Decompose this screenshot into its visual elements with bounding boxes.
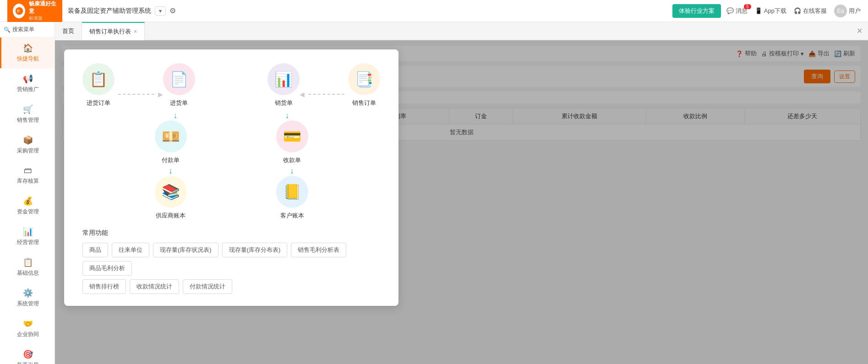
flow-row-2: 💴 付款单 💳 收款单 bbox=[82, 120, 380, 164]
common-functions: 常用功能 商品 往来单位 现存量(库存状况表) 现存量(库存分布表) 销售毛利分… bbox=[82, 229, 380, 294]
message-badge: 5 bbox=[744, 4, 751, 9]
message-btn[interactable]: 💬 消息 5 bbox=[726, 7, 748, 15]
page-content: ❓ 帮助 🖨 按模板打印 ▾ 📤 导出 🔄 刷新 bbox=[55, 40, 868, 364]
down-arrow-receipt: ↓ bbox=[271, 111, 303, 120]
headset-icon: 🎧 bbox=[794, 7, 801, 14]
customer-ledger-icon: 📒 bbox=[276, 176, 308, 208]
tab-bar-close-btn[interactable]: ✕ bbox=[851, 27, 868, 35]
modal-box: 📋 进货订单 ▶ 📄 进货单 bbox=[64, 49, 399, 306]
flow-row-3: 📚 供应商账本 📒 客户账本 bbox=[82, 176, 380, 220]
svg-text:B: B bbox=[17, 9, 20, 13]
func-btn-inventory-status[interactable]: 现存量(库存状况表) bbox=[153, 243, 218, 257]
sidebar-item-guide[interactable]: 🎯 新手引导 bbox=[0, 344, 55, 364]
sidebar-item-quick-nav[interactable]: 🏠 快捷导航 bbox=[0, 38, 55, 68]
search-menu-btn[interactable]: 🔍 搜索菜单 bbox=[0, 22, 55, 38]
experience-btn[interactable]: 体验行业方案 bbox=[672, 4, 721, 18]
down-arrow-payment: ↓ bbox=[159, 111, 191, 120]
collab-icon: 🤝 bbox=[23, 319, 33, 329]
header-right: 💬 消息 5 📱 App下载 🎧 在线客服 Ea 用户 bbox=[726, 5, 861, 17]
down-arrow-customer: ↓ bbox=[290, 166, 294, 176]
purchase-bill-icon: 📄 bbox=[163, 63, 195, 95]
logo-area: B 畅康通好生意 标准版 bbox=[7, 0, 62, 22]
modal-overlay: 📋 进货订单 ▶ 📄 进货单 bbox=[55, 40, 868, 364]
sidebar-item-sales[interactable]: 🛒 销售管理 bbox=[0, 99, 55, 130]
tab-home[interactable]: 首页 bbox=[55, 22, 82, 40]
top-header: B 畅康通好生意 标准版 装备及固定资产辅助管理系统 ▾ ⚙ 体验行业方案 💬 … bbox=[0, 0, 868, 22]
func-btn-payment-stats[interactable]: 付款情况统计 bbox=[183, 279, 232, 294]
sales-bill-icon: 📊 bbox=[267, 63, 300, 95]
message-icon: 💬 bbox=[726, 7, 734, 14]
finance-icon: 💰 bbox=[23, 196, 33, 206]
inventory-icon: 🗃 bbox=[24, 166, 32, 175]
settings-icon-btn[interactable]: ⚙ bbox=[169, 6, 176, 15]
sidebar-item-purchase[interactable]: 📦 采购管理 bbox=[0, 130, 55, 160]
system-icon: ⚙️ bbox=[23, 288, 33, 298]
sidebar-item-finance[interactable]: 💰 资金管理 bbox=[0, 190, 55, 221]
supplier-ledger-icon: 📚 bbox=[155, 176, 187, 208]
sidebar-item-system[interactable]: ⚙️ 系统管理 bbox=[0, 283, 55, 313]
mobile-icon: 📱 bbox=[755, 7, 762, 14]
sales-icon: 🛒 bbox=[23, 104, 33, 114]
down-arrow-supplier: ↓ bbox=[169, 166, 173, 176]
system-dropdown-btn[interactable]: ▾ bbox=[155, 6, 166, 16]
flow-node-receipt[interactable]: 💳 收款单 bbox=[276, 120, 308, 164]
online-service-btn[interactable]: 🎧 在线客服 bbox=[794, 7, 827, 15]
sidebar-item-marketing[interactable]: 📢 营销推广 bbox=[0, 68, 55, 99]
purchase-icon: 📦 bbox=[23, 135, 33, 145]
basic-info-icon: 📋 bbox=[23, 257, 33, 267]
func-btn-sales-margin[interactable]: 销售毛利分析表 bbox=[291, 243, 346, 257]
flow-node-purchase-bill[interactable]: 📄 进货单 bbox=[163, 63, 195, 107]
arrow-po-pb: ▶ bbox=[115, 91, 163, 107]
app-download-btn[interactable]: 📱 App下载 bbox=[755, 7, 786, 15]
func-btn-receipt-stats[interactable]: 收款情况统计 bbox=[130, 279, 179, 294]
func-btn-product-margin[interactable]: 商品毛利分析 bbox=[82, 261, 132, 276]
modal-content: 📋 进货订单 ▶ 📄 进货单 bbox=[64, 49, 399, 306]
content-area: 首页 销售订单执行表 × ✕ ❓ 帮助 🖨 按模板打印 ▾ bbox=[55, 22, 868, 364]
receipt-icon: 💳 bbox=[276, 120, 308, 152]
tab-bar: 首页 销售订单执行表 × ✕ bbox=[55, 22, 868, 40]
down-arrows-row: ↓ ↓ bbox=[82, 111, 380, 120]
payment-icon: 💴 bbox=[155, 120, 187, 152]
flow-node-payment[interactable]: 💴 付款单 bbox=[155, 120, 187, 164]
search-icon: 🔍 bbox=[4, 27, 11, 33]
logo-text: 畅康通好生意 标准版 bbox=[29, 0, 57, 21]
flow-node-sales-bill[interactable]: 📊 销货单 bbox=[267, 63, 300, 107]
avatar: Ea bbox=[834, 5, 847, 17]
user-menu-btn[interactable]: Ea 用户 bbox=[834, 5, 861, 17]
common-title: 常用功能 bbox=[82, 229, 380, 237]
marketing-icon: 📢 bbox=[23, 74, 33, 84]
system-name: 装备及固定资产辅助管理系统 ▾ ⚙ bbox=[68, 6, 667, 16]
sidebar: 🔍 搜索菜单 🏠 快捷导航 📢 营销推广 🛒 销售管理 📦 采购管理 🗃 库存核… bbox=[0, 22, 55, 364]
sidebar-item-operation[interactable]: 📊 经营管理 bbox=[0, 221, 55, 252]
logo-icon: B bbox=[13, 4, 25, 18]
sidebar-item-collab[interactable]: 🤝 企业协同 bbox=[0, 313, 55, 344]
purchase-order-icon: 📋 bbox=[82, 63, 115, 95]
flow-node-sales-order[interactable]: 📑 销售订单 bbox=[348, 63, 380, 107]
tab-close-btn[interactable]: × bbox=[134, 28, 137, 35]
func-btn-inventory-dist[interactable]: 现存量(库存分布表) bbox=[222, 243, 288, 257]
flow-node-supplier-ledger[interactable]: 📚 供应商账本 bbox=[155, 176, 187, 220]
operation-icon: 📊 bbox=[23, 227, 33, 237]
flow-row-1: 📋 进货订单 ▶ 📄 进货单 bbox=[82, 63, 380, 107]
function-btns-row2: 销售排行榜 收款情况统计 付款情况统计 bbox=[82, 279, 380, 294]
home-icon: 🏠 bbox=[23, 43, 33, 53]
func-btn-partner[interactable]: 往来单位 bbox=[112, 243, 149, 257]
arrow-so-sb: ◀ bbox=[300, 91, 348, 107]
sales-order-icon: 📑 bbox=[348, 63, 380, 95]
sidebar-item-basic-info[interactable]: 📋 基础信息 bbox=[0, 252, 55, 283]
function-btns-row1: 商品 往来单位 现存量(库存状况表) 现存量(库存分布表) 销售毛利分析表 商品… bbox=[82, 243, 380, 276]
func-btn-sales-rank[interactable]: 销售排行榜 bbox=[82, 279, 126, 294]
main-layout: 🔍 搜索菜单 🏠 快捷导航 📢 营销推广 🛒 销售管理 📦 采购管理 🗃 库存核… bbox=[0, 22, 868, 364]
flow-node-customer-ledger[interactable]: 📒 客户账本 bbox=[276, 176, 308, 220]
down-arrows-row2: ↓ ↓ bbox=[82, 166, 380, 176]
sidebar-item-inventory[interactable]: 🗃 库存核算 bbox=[0, 160, 55, 190]
flow-node-purchase-order[interactable]: 📋 进货订单 bbox=[82, 63, 115, 107]
func-btn-product[interactable]: 商品 bbox=[82, 243, 108, 257]
guide-icon: 🎯 bbox=[23, 349, 33, 359]
tab-sales-order[interactable]: 销售订单执行表 × bbox=[82, 22, 145, 40]
